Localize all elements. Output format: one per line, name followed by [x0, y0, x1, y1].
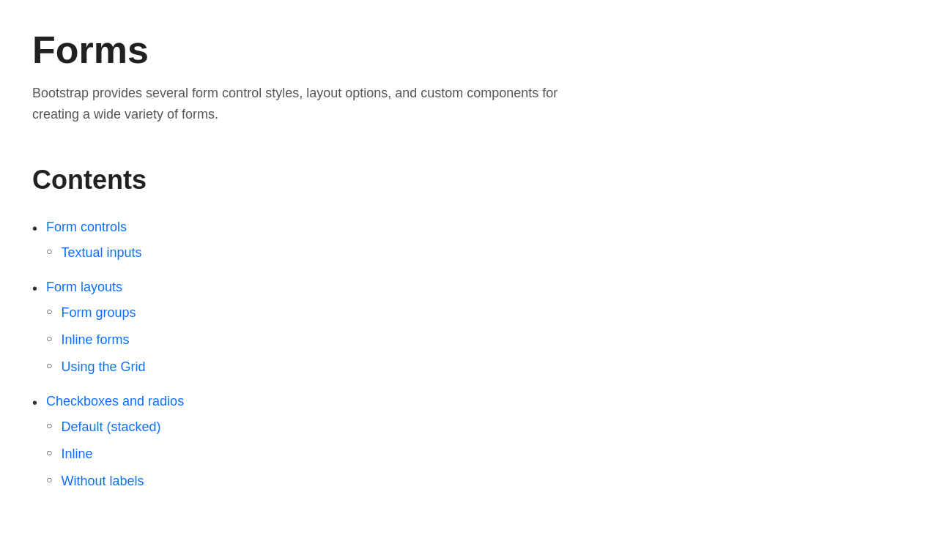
toc-item-checkboxes-and-radios: • Checkboxes and radios ○ Default (stack… — [32, 392, 894, 499]
toc-link-form-controls[interactable]: Form controls — [46, 217, 142, 237]
bullet-inline: ○ — [46, 444, 52, 462]
bullet-default-stacked: ○ — [46, 417, 52, 435]
toc-subitem-textual-inputs: ○ Textual inputs — [46, 243, 142, 263]
toc-link-default-stacked[interactable]: Default (stacked) — [61, 417, 160, 437]
toc-subitem-using-the-grid: ○ Using the Grid — [46, 357, 146, 377]
toc-item-form-controls: • Form controls ○ Textual inputs — [32, 217, 894, 270]
toc-subitem-form-groups: ○ Form groups — [46, 303, 146, 323]
page-title: Forms — [32, 29, 894, 71]
toc-subitem-inline-forms: ○ Inline forms — [46, 330, 146, 350]
toc-subitem-without-labels: ○ Without labels — [46, 471, 184, 491]
toc-link-textual-inputs[interactable]: Textual inputs — [61, 243, 141, 263]
toc-link-inline[interactable]: Inline — [61, 444, 92, 464]
toc-link-without-labels[interactable]: Without labels — [61, 471, 144, 491]
toc-sublist-form-layouts: ○ Form groups ○ Inline forms ○ Using the… — [46, 303, 146, 384]
toc-link-inline-forms[interactable]: Inline forms — [61, 330, 129, 350]
toc-link-form-groups[interactable]: Form groups — [61, 303, 136, 323]
toc-list: • Form controls ○ Textual inputs • Form … — [32, 217, 894, 499]
bullet-inline-forms: ○ — [46, 330, 52, 348]
toc-sublist-checkboxes-and-radios: ○ Default (stacked) ○ Inline ○ Without l… — [46, 417, 184, 499]
toc-subitem-default-stacked: ○ Default (stacked) — [46, 417, 184, 437]
toc-subitem-inline: ○ Inline — [46, 444, 184, 464]
toc-link-using-the-grid[interactable]: Using the Grid — [61, 357, 145, 377]
toc-sublist-form-controls: ○ Textual inputs — [46, 243, 142, 270]
bullet-form-groups: ○ — [46, 303, 52, 321]
toc-item-form-layouts: • Form layouts ○ Form groups ○ Inline fo… — [32, 277, 894, 384]
bullet-form-controls: • — [32, 217, 37, 239]
bullet-checkboxes-and-radios: • — [32, 392, 37, 414]
contents-heading: Contents — [32, 160, 894, 200]
toc-link-checkboxes-and-radios[interactable]: Checkboxes and radios — [46, 392, 184, 411]
bullet-without-labels: ○ — [46, 471, 52, 489]
toc-link-form-layouts[interactable]: Form layouts — [46, 277, 146, 297]
bullet-form-layouts: • — [32, 277, 37, 299]
bullet-textual-inputs: ○ — [46, 243, 52, 261]
page-description: Bootstrap provides several form control … — [32, 83, 589, 125]
bullet-using-the-grid: ○ — [46, 357, 52, 375]
